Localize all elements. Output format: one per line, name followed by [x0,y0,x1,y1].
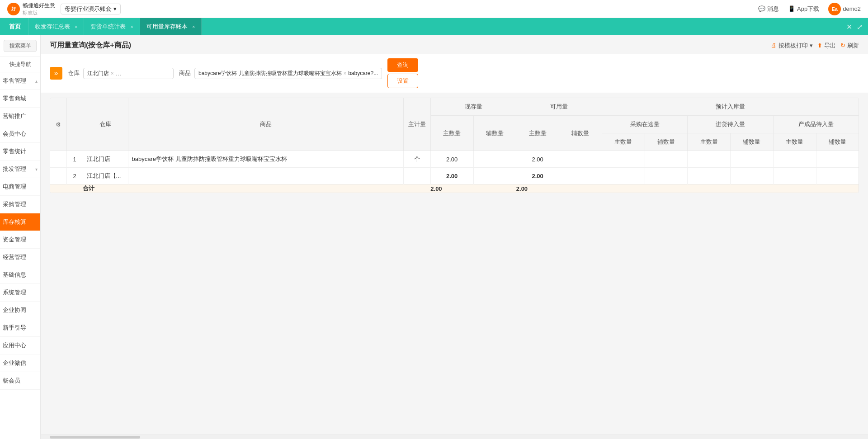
tab-bar: 首页 收发存汇总表 × 要货单统计表 × 可用量库存账本 × ✕ ⤢ [0,18,868,35]
search-menu-btn[interactable]: 搜索菜单 [4,40,37,52]
sidebar-item-enterprise[interactable]: 企业协同 [0,302,40,319]
tab-home-label: 首页 [9,23,21,31]
sidebar-item-retail-stats[interactable]: 零售统计 [0,143,40,160]
page-title: 可用量查询(按仓库+商品) [50,41,131,50]
tab-order-close[interactable]: × [130,24,133,29]
th-available-main: 主数量 [516,116,559,151]
th-unit: 主计量 [403,98,430,151]
th-existing-aux: 辅数量 [473,116,516,151]
th-settings[interactable]: ⚙ [50,98,66,151]
sidebar-item-appcenter[interactable]: 应用中心 [0,337,40,354]
cell-purchase-main-2 [602,168,645,184]
cell-existing-aux-2 [473,168,516,184]
goods-tag-1-close[interactable]: × [344,71,346,76]
sidebar-item-retail-stats-label: 零售统计 [3,147,26,156]
app-icon: 📱 [788,5,795,12]
quick-nav-btn[interactable]: 快捷导航 [0,57,40,72]
sidebar-item-system[interactable]: 系统管理 [0,284,40,302]
sidebar-item-vip-label: 畅会员 [3,377,20,385]
tab-available-close[interactable]: × [192,24,195,29]
sidebar-item-ecommerce[interactable]: 电商管理 [0,178,40,196]
scroll-thumb[interactable] [50,436,140,439]
th-forecast-group: 预计入库量 [602,98,859,116]
cell-existing-aux-1 [473,151,516,168]
export-btn[interactable]: ⬆ 导出 [817,42,836,50]
summary-available-main: 2.00 [516,184,559,193]
sidebar-item-retail-mgmt[interactable]: 零售管理 ▴ [0,72,40,90]
warehouse-filter-input[interactable]: 江北门店 × … [83,68,174,79]
tab-bar-right: ✕ ⤢ [841,18,868,35]
cell-available-main-1: 2.00 [516,151,559,168]
th-product-main: 主数量 [773,133,816,151]
goods-filter-input[interactable]: babycare学饮杯 儿童防摔防撞吸管杯重力球吸嘴杯宝宝水杯 × babyca… [194,68,382,79]
cell-settings-2[interactable] [50,168,66,184]
table-scroll-bar [41,434,868,439]
cell-available-aux-2 [559,168,602,184]
sidebar-item-basic-info[interactable]: 基础信息 [0,266,40,284]
settings-btn[interactable]: 设置 [387,74,418,88]
sidebar-item-wechat[interactable]: 企业微信 [0,354,40,372]
tab-order[interactable]: 要货单统计表 × [84,18,140,35]
sidebar-item-wholesale[interactable]: 批发管理 ▾ [0,160,40,178]
query-btn[interactable]: 查询 [387,58,418,72]
top-bar-left: 好 畅捷通好生意 标准版 母婴行业演示账套 ▾ [7,2,121,16]
warehouse-ellipsis[interactable]: … [115,70,121,77]
tab-receive[interactable]: 收发存汇总表 × [28,18,84,35]
cell-purchase-main-1 [602,151,645,168]
sidebar-item-purchase[interactable]: 采购管理 [0,196,40,213]
sidebar-item-marketing[interactable]: 营销推广 [0,108,40,125]
logo-text: 畅捷通好生意 [23,2,55,9]
summary-row: 合计 2.00 2.00 [50,184,859,193]
sidebar-item-basic-info-label: 基础信息 [3,271,26,279]
cell-unit-1: 个 [403,151,430,168]
th-product-aux: 辅数量 [816,133,859,151]
sidebar-item-inventory[interactable]: 库存核算 [0,213,40,231]
chevron-down-icon: ▾ [113,5,117,12]
refresh-btn[interactable]: ↻ 刷新 [840,42,859,50]
tab-receive-label: 收发存汇总表 [35,23,70,31]
chevron-up-icon: ▴ [35,79,38,84]
filter-toggle-btn[interactable]: » [50,67,62,80]
table-container: ⚙ 仓库 商品 主计量 现存量 可用量 预计入库量 主数量 辅数量 [50,98,859,193]
app-download-btn[interactable]: 📱 App下载 [788,5,819,13]
user-info[interactable]: Ea demo2 [828,3,861,15]
maximize-icon[interactable]: ⤢ [857,23,863,31]
tab-receive-close[interactable]: × [75,24,77,29]
cell-goods-2 [128,168,403,184]
industry-selector-text: 母婴行业演示账套 [65,5,112,13]
sidebar-item-newguide[interactable]: 新手引导 [0,319,40,337]
tab-available[interactable]: 可用量库存账本 × [140,18,202,35]
sidebar-item-vip[interactable]: 畅会员 [0,372,40,390]
page-header: 可用量查询(按仓库+商品) 🖨 按模板打印 ▾ ⬆ 导出 ↻ 刷新 [41,35,868,54]
industry-selector[interactable]: 母婴行业演示账套 ▾ [61,4,121,14]
sidebar-item-appcenter-label: 应用中心 [3,341,26,349]
sidebar-item-operations[interactable]: 经营管理 [0,249,40,266]
summary-purchase-aux [645,184,688,193]
message-btn[interactable]: 💬 消息 [758,5,779,13]
print-btn[interactable]: 🖨 按模板打印 ▾ [771,42,813,50]
cell-settings[interactable] [50,151,66,168]
summary-purchase-main [602,184,645,193]
sidebar-item-ecommerce-label: 电商管理 [3,183,26,191]
warehouse-tag-1-text: 江北门店 [87,70,109,77]
print-icon: 🖨 [771,42,777,49]
summary-incoming-main [688,184,731,193]
cell-existing-main-2: 2.00 [430,168,473,184]
cell-warehouse-2: 江北门店【... [83,168,128,184]
tab-home[interactable]: 首页 [2,18,28,35]
th-warehouse: 仓库 [83,98,128,151]
sidebar-item-finance[interactable]: 资金管理 [0,231,40,249]
message-label: 消息 [767,5,779,13]
cell-incoming-aux-2 [731,168,774,184]
content-area: 可用量查询(按仓库+商品) 🖨 按模板打印 ▾ ⬆ 导出 ↻ 刷新 » [41,35,868,439]
warehouse-tag-1-close[interactable]: × [111,71,113,76]
table-area: ⚙ 仓库 商品 主计量 现存量 可用量 预计入库量 主数量 辅数量 [41,93,868,434]
summary-unit [403,184,430,193]
sidebar-item-member[interactable]: 会员中心 [0,125,40,143]
top-bar: 好 畅捷通好生意 标准版 母婴行业演示账套 ▾ 💬 消息 📱 App下载 Ea … [0,0,868,18]
sidebar-item-retail-mall[interactable]: 零售商城 [0,90,40,108]
tab-available-label: 可用量库存账本 [146,23,188,31]
close-window-icon[interactable]: ✕ [846,23,852,31]
summary-empty-1 [50,184,66,193]
cell-incoming-main-1 [688,151,731,168]
